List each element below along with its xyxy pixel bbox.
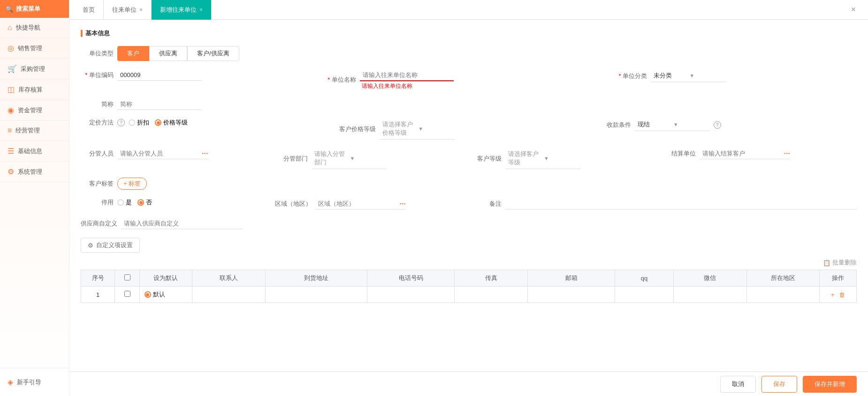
search-menu-label: 搜索菜单 [16, 5, 40, 13]
system-icon: ⚙ [8, 167, 14, 176]
row-contact-input[interactable] [210, 291, 247, 298]
manager-row: 分管人员 ··· 分管部门 请输入分管部门 ▼ 客户等级 请选择客户等级 [81, 148, 857, 169]
customer-level-arrow: ▼ [544, 155, 578, 161]
batch-delete-btn[interactable]: 📋 批量删除 [81, 258, 857, 267]
sidebar-item-inventory[interactable]: ◫ 库存核算 [0, 79, 69, 100]
row-address-input[interactable] [288, 291, 344, 298]
pricing-method-help-icon[interactable]: ? [117, 119, 125, 126]
save-btn[interactable]: 保存 [761, 376, 797, 393]
tab-new-trading-partner-close[interactable]: × [199, 7, 203, 13]
sidebar-item-purchase[interactable]: 🛒 采购管理 [0, 59, 69, 79]
custom-settings-btn[interactable]: ⚙ 自定义项设置 [81, 238, 140, 253]
unit-category-select[interactable]: 未分类 ▼ [651, 70, 726, 82]
row-email-input[interactable] [548, 291, 595, 298]
type-btn-both[interactable]: 客户/供应离 [187, 46, 239, 61]
customer-tag-row: 客户标签 + 标签 [81, 178, 857, 190]
disabled-yes-circle [117, 199, 124, 206]
row-phone [367, 287, 454, 303]
table-select-all[interactable] [124, 274, 130, 280]
sidebar-item-finance[interactable]: ◉ 资金管理 [0, 100, 69, 121]
supplier-custom-label: 供应商自定义 [81, 219, 117, 228]
manager-more-btn[interactable]: ··· [202, 149, 208, 158]
sidebar-bottom: ◈ 新手引导 [0, 368, 69, 396]
pricing-level-radio[interactable]: 价格等级 [155, 118, 188, 127]
payment-terms-help-icon[interactable]: ? [714, 121, 721, 129]
disabled-radio-group: 是 否 [117, 198, 152, 207]
search-menu-btn[interactable]: 🔍 搜索菜单 [0, 0, 69, 18]
customer-level-select[interactable]: 请选择客户等级 ▼ [505, 148, 580, 169]
window-close-btn[interactable]: × [843, 5, 863, 15]
sidebar-item-operations[interactable]: ≡ 经营管理 [0, 121, 69, 141]
disabled-yes-radio[interactable]: 是 [117, 198, 132, 207]
row-fax-input[interactable] [472, 291, 510, 298]
remarks-input[interactable] [505, 198, 857, 210]
customer-price-select[interactable]: 请选择客户价格等级 ▼ [380, 118, 455, 140]
purchase-icon: 🛒 [8, 64, 17, 73]
supplier-custom-input[interactable] [121, 218, 243, 229]
settlement-unit-group: 结算单位 ··· [663, 148, 857, 159]
tab-new-trading-partner[interactable]: 新增往来单位 × [152, 0, 212, 20]
department-select[interactable]: 请输入分管部门 ▼ [312, 148, 387, 169]
col-contact: 联系人 [192, 270, 266, 287]
unit-type-label: 单位类型 [81, 49, 114, 58]
cancel-btn[interactable]: 取消 [720, 376, 756, 393]
sidebar-item-newbie[interactable]: ◈ 新手引导 [0, 372, 69, 392]
col-fax: 传真 [455, 270, 528, 287]
row-default-label: 默认 [153, 290, 165, 299]
type-btn-customer[interactable]: 客户 [117, 46, 149, 61]
unit-code-input[interactable] [117, 70, 202, 81]
type-btn-group: 客户 供应离 客户/供应离 [117, 46, 239, 61]
pricing-method-group: 定价方法 ? 折扣 价格等级 [81, 118, 339, 127]
section-title-label: 基本信息 [85, 29, 110, 38]
sidebar-item-sales[interactable]: ◎ 销售管理 [0, 38, 69, 59]
customer-level-group: 客户等级 请选择客户等级 ▼ [469, 148, 663, 169]
settlement-unit-input[interactable] [700, 148, 784, 159]
pricing-radio-group: 折扣 价格等级 [129, 118, 188, 127]
manager-input[interactable] [117, 148, 202, 159]
region-input[interactable] [315, 198, 400, 209]
sidebar: 🔍 搜索菜单 ⌂ 快捷导航 ◎ 销售管理 🛒 采购管理 ◫ 库存核算 ◉ 资金管… [0, 0, 69, 396]
unit-code-label: 单位编码 [81, 71, 114, 79]
row-qq-input[interactable] [630, 291, 658, 298]
payment-terms-arrow: ▼ [673, 122, 707, 127]
sales-icon: ◎ [8, 44, 14, 53]
unit-name-input[interactable] [360, 70, 454, 81]
unit-name-group: 单位名称 请输入往来单位名称 [323, 70, 614, 90]
unit-name-label: 单位名称 [323, 76, 356, 84]
pricing-discount-radio[interactable]: 折扣 [129, 118, 149, 127]
payment-terms-value: 现结 [638, 120, 671, 129]
add-tag-btn[interactable]: + 标签 [117, 178, 147, 190]
inventory-icon: ◫ [8, 85, 15, 94]
tab-home[interactable]: 首页 [74, 0, 104, 20]
disabled-no-radio[interactable]: 否 [137, 198, 152, 207]
department-placeholder: 请输入分管部门 [314, 150, 348, 167]
remarks-group: 备注 [469, 198, 857, 210]
row-add-btn[interactable]: + [831, 291, 835, 298]
row-phone-input[interactable] [388, 291, 434, 298]
settlement-unit-label: 结算单位 [663, 149, 696, 158]
row-region [746, 287, 820, 303]
row-delete-btn[interactable]: 🗑 [839, 291, 845, 298]
row-wechat-input[interactable] [691, 291, 729, 298]
row-default-radio[interactable]: 默认 [145, 290, 187, 299]
settlement-unit-more-btn[interactable]: ··· [784, 149, 790, 158]
tab-trading-partners[interactable]: 往来单位 × [104, 0, 152, 20]
payment-terms-select[interactable]: 现结 ▼ [635, 118, 710, 131]
row-seq: 1 [81, 287, 115, 303]
save-new-btn[interactable]: 保存并新增 [803, 376, 857, 393]
type-btn-supplier[interactable]: 供应离 [149, 46, 187, 61]
customer-price-placeholder: 请选择客户价格等级 [382, 120, 416, 137]
abbreviation-input[interactable] [117, 99, 202, 110]
row-checkbox-input[interactable] [124, 291, 130, 297]
col-address: 到货地址 [265, 270, 367, 287]
unit-info-row: 单位编码 单位名称 请输入往来单位名称 单位分类 未分类 ▼ [81, 70, 857, 90]
row-region-input[interactable] [764, 291, 802, 298]
sidebar-item-basic-info[interactable]: ☰ 基础信息 [0, 141, 69, 162]
region-more-btn[interactable]: ··· [400, 200, 406, 208]
tab-trading-partners-close[interactable]: × [139, 7, 143, 13]
col-phone: 电话号码 [367, 270, 454, 287]
sidebar-item-quick-nav[interactable]: ⌂ 快捷导航 [0, 18, 69, 38]
sidebar-item-system[interactable]: ⚙ 系统管理 [0, 162, 69, 182]
contact-table-area: 📋 批量删除 序号 设为默认 联系人 到货地址 电话号码 传真 [81, 258, 857, 303]
abbreviation-row: 简称 [81, 99, 857, 110]
